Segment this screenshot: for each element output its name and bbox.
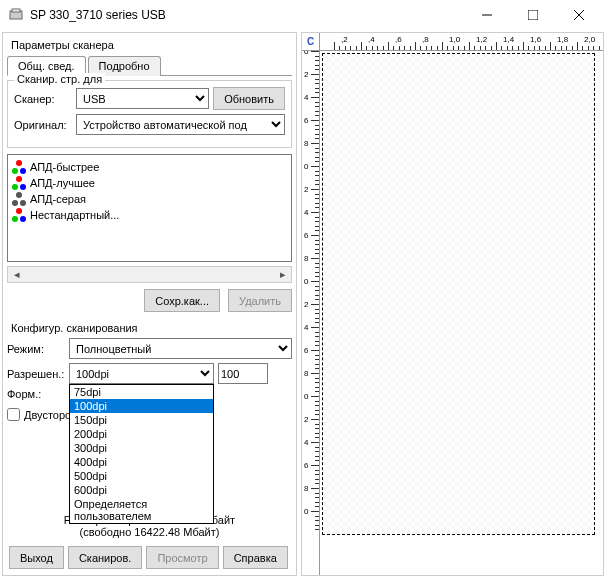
scroll-left-icon[interactable]: ◂ bbox=[8, 267, 25, 282]
scan-button[interactable]: Сканиров. bbox=[68, 546, 142, 569]
scroll-right-icon[interactable]: ▸ bbox=[274, 267, 291, 282]
duplex-checkbox[interactable] bbox=[7, 408, 20, 421]
original-select[interactable]: Устройство автоматической под bbox=[76, 114, 285, 135]
dropdown-option[interactable]: 100dpi bbox=[70, 399, 213, 413]
close-button[interactable] bbox=[556, 0, 602, 30]
refresh-button[interactable]: Обновить bbox=[213, 87, 285, 110]
profile-label: АПД-лучшее bbox=[30, 177, 95, 189]
color-icon bbox=[12, 176, 26, 190]
delete-button[interactable]: Удалить bbox=[228, 289, 292, 312]
resolution-select[interactable]: 100dpi bbox=[69, 363, 214, 384]
resolution-combo[interactable]: 100dpi 75dpi 100dpi 150dpi 200dpi 300dpi… bbox=[69, 363, 214, 384]
list-item[interactable]: АПД-лучшее bbox=[12, 175, 287, 191]
left-panel: Параметры сканера Общ. свед. Подробно Ск… bbox=[2, 32, 297, 576]
profile-list[interactable]: АПД-быстрее АПД-лучшее АПД-серая Нестанд… bbox=[7, 154, 292, 262]
mode-select[interactable]: Полноцветный bbox=[69, 338, 292, 359]
profile-label: АПД-серая bbox=[30, 193, 86, 205]
dropdown-option[interactable]: 500dpi bbox=[70, 469, 213, 483]
scan-page-fieldset: Сканир. стр. для Сканер: USB Обновить Ор… bbox=[7, 80, 292, 148]
dropdown-option[interactable]: 200dpi bbox=[70, 427, 213, 441]
original-label: Оригинал: bbox=[14, 119, 72, 131]
minimize-button[interactable] bbox=[464, 0, 510, 30]
profile-label: АПД-быстрее bbox=[30, 161, 99, 173]
ruler-horizontal: ,2,4,6,81,01,21,41,61,82,0 bbox=[320, 33, 603, 51]
app-icon bbox=[8, 7, 24, 23]
color-icon bbox=[12, 160, 26, 174]
dropdown-option[interactable]: Определяется пользователем bbox=[70, 497, 213, 523]
gray-icon bbox=[12, 192, 26, 206]
profile-scrollbar[interactable]: ◂ ▸ bbox=[7, 266, 292, 283]
scanner-label: Сканер: bbox=[14, 93, 72, 105]
scan-selection[interactable] bbox=[322, 53, 595, 535]
dropdown-option[interactable]: 75dpi bbox=[70, 385, 213, 399]
save-as-button[interactable]: Сохр.как... bbox=[144, 289, 220, 312]
color-icon bbox=[12, 208, 26, 222]
list-item[interactable]: АПД-серая bbox=[12, 191, 287, 207]
free-space-text: (свободно 16422.48 Мбайт) bbox=[7, 526, 292, 538]
resolution-label: Разрешен.: bbox=[7, 368, 65, 380]
list-item[interactable]: АПД-быстрее bbox=[12, 159, 287, 175]
scan-page-legend: Сканир. стр. для bbox=[14, 73, 105, 85]
ruler-vertical: 024680246802468024680 bbox=[302, 51, 320, 575]
dropdown-option[interactable]: 600dpi bbox=[70, 483, 213, 497]
resolution-dropdown: 75dpi 100dpi 150dpi 200dpi 300dpi 400dpi… bbox=[69, 384, 214, 524]
help-button[interactable]: Справка bbox=[223, 546, 288, 569]
maximize-button[interactable] bbox=[510, 0, 556, 30]
svg-rect-1 bbox=[12, 9, 20, 12]
format-label: Форм.: bbox=[7, 388, 65, 400]
preview-area[interactable]: C ,2,4,6,81,01,21,41,61,82,0 02468024680… bbox=[301, 32, 604, 576]
profile-label: Нестандартный... bbox=[30, 209, 119, 221]
svg-rect-3 bbox=[528, 10, 538, 20]
config-legend: Конфигур. сканирования bbox=[11, 322, 292, 334]
mode-label: Режим: bbox=[7, 343, 65, 355]
ruler-corner-icon: C bbox=[302, 33, 320, 51]
scanner-params-label: Параметры сканера bbox=[11, 39, 292, 51]
right-panel: C ,2,4,6,81,01,21,41,61,82,0 02468024680… bbox=[301, 32, 604, 576]
dropdown-option[interactable]: 150dpi bbox=[70, 413, 213, 427]
dropdown-option[interactable]: 400dpi bbox=[70, 455, 213, 469]
scanner-select[interactable]: USB bbox=[76, 88, 209, 109]
preview-button[interactable]: Просмотр bbox=[146, 546, 218, 569]
window-title: SP 330_3710 series USB bbox=[30, 8, 464, 22]
exit-button[interactable]: Выход bbox=[9, 546, 64, 569]
dropdown-option[interactable]: 300dpi bbox=[70, 441, 213, 455]
resolution-input[interactable] bbox=[218, 363, 268, 384]
titlebar: SP 330_3710 series USB bbox=[0, 0, 606, 30]
list-item[interactable]: Нестандартный... bbox=[12, 207, 287, 223]
